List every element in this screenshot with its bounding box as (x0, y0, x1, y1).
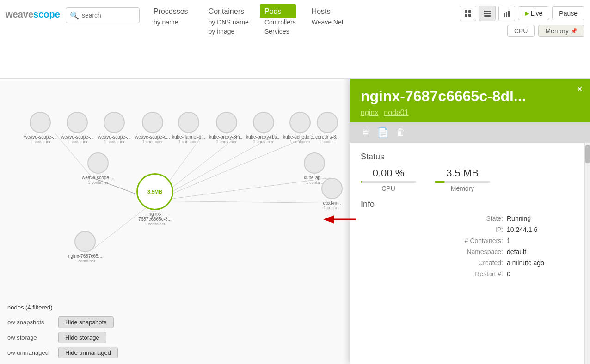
nav-group-containers: Containers by DNS name by image (204, 4, 249, 36)
info-row-namespace: Namespace: default (361, 248, 581, 255)
svg-rect-5 (484, 13, 491, 14)
panel-close-button[interactable]: × (577, 84, 583, 94)
node-weave-scope-1[interactable]: weave-scope-... 1 container (24, 112, 57, 144)
node-kube-flannel[interactable]: kube-flannel-d... 1 container (172, 112, 205, 144)
node-size-label: 3.5MB (148, 189, 162, 194)
node-label: kube-schedule... (283, 134, 317, 140)
node-sublabel: 1 conta... (319, 140, 336, 144)
search-box[interactable]: 🔍 (66, 7, 140, 23)
info-row-state: State: Running (361, 215, 581, 222)
node-sublabel: 1 container (142, 140, 163, 144)
cpu-button[interactable]: CPU (507, 25, 535, 37)
hide-snapshots-btn[interactable]: Hide snapshots (58, 316, 114, 328)
view-grid-btn[interactable] (460, 6, 476, 21)
cpu-value: 0.00 % (373, 167, 405, 179)
bottom-row-unmanaged: ow unmanaged Hide unmanaged (7, 347, 330, 358)
cpu-bar-fill (361, 181, 362, 183)
processes-subitems: by name (149, 18, 193, 27)
node-label: coredns-8... (315, 134, 340, 140)
node-kube-schedule[interactable]: kube-schedule... 1 container (283, 112, 317, 144)
scrollbar-track[interactable] (584, 143, 590, 364)
cpu-status-item: 0.00 % CPU (361, 167, 416, 192)
node-circle (304, 152, 325, 174)
bottom-row-storage: ow storage Hide storage (7, 332, 330, 343)
nav-hosts[interactable]: Hosts (307, 4, 344, 18)
view-chart-btn[interactable] (498, 6, 515, 21)
node-kube-proxy-2[interactable]: kube-proxy-rbs... 1 container (246, 112, 281, 144)
hosts-subitems: Weave Net (307, 18, 344, 27)
panel-link-node01[interactable]: node01 (384, 109, 408, 117)
logo-weave: weave (6, 9, 33, 19)
panel-actions-bar: 🖥 📄 🗑 (350, 122, 590, 143)
node-nginx-main[interactable]: 3.5MB nginx-7687c6665c-8... 1 container (136, 173, 173, 226)
node-weave-scope-2[interactable]: weave-scope-... 1 container (61, 112, 94, 144)
node-label: nginx-7687c65... (68, 254, 102, 259)
node-label-nginx: nginx-7687c6665c-8... (136, 212, 173, 222)
nav-containers[interactable]: Containers (204, 4, 249, 18)
nav-services[interactable]: Services (264, 27, 296, 36)
node-label: kube-proxy-rbs... (246, 134, 281, 140)
panel-links: nginx node01 (361, 109, 579, 117)
side-panel: × nginx-7687c6665c-8dl... nginx node01 🖥… (350, 79, 590, 364)
memory-bar-fill (435, 181, 445, 183)
info-row-created: Created: a minute ago (361, 259, 581, 267)
nav-by-image[interactable]: by image (209, 27, 249, 36)
info-key-containers: # Containers: (448, 237, 503, 244)
info-section: Info State: Running IP: 10.244.1.6 # Con… (361, 200, 581, 278)
search-input[interactable] (82, 12, 137, 19)
search-icon: 🔍 (70, 11, 79, 20)
nav-by-dns-name[interactable]: by DNS name (209, 18, 249, 27)
node-coredns[interactable]: coredns-8... 1 conta... (315, 112, 340, 144)
nav-right-top: ▶ Live Pause (460, 6, 584, 21)
view-table-btn[interactable] (479, 6, 496, 21)
live-button[interactable]: ▶ Live (518, 6, 550, 20)
node-label: kube-proxy-8m... (209, 134, 244, 140)
node-nginx-small[interactable]: nginx-7687c65... 1 container (68, 231, 102, 263)
logo-scope: scope (33, 9, 60, 19)
panel-link-nginx[interactable]: nginx (361, 109, 378, 117)
node-sublabel: 1 conta... (306, 180, 323, 185)
memory-label-stat: Memory (451, 185, 474, 192)
grid-icon (464, 10, 472, 17)
memory-label: Memory (545, 27, 569, 35)
logs-icon[interactable]: 📄 (377, 127, 389, 138)
chart-icon (503, 10, 510, 17)
play-icon: ▶ (525, 10, 529, 17)
node-label: etcd-m... (323, 200, 341, 206)
hide-storage-btn[interactable]: Hide storage (58, 332, 106, 343)
node-etcd[interactable]: etcd-m... 1 conta... (321, 178, 343, 210)
status-grid: 0.00 % CPU 3.5 MB Memory (361, 167, 581, 192)
panel-title: nginx-7687c6665c-8dl... (361, 88, 579, 105)
node-kube-proxy-1[interactable]: kube-proxy-8m... 1 container (209, 112, 244, 144)
node-sublabel-nginx: 1 container (145, 222, 166, 226)
info-key-namespace: Namespace: (448, 248, 503, 255)
node-weave-scope-4[interactable]: weave-scope-c... 1 container (135, 112, 170, 144)
node-circle (30, 112, 51, 133)
node-sublabel: 1 container (178, 140, 199, 144)
nav-pods[interactable]: Pods (260, 4, 296, 18)
nav-group-hosts: Hosts Weave Net (307, 4, 344, 36)
node-circle (321, 178, 343, 199)
delete-icon[interactable]: 🗑 (396, 127, 406, 138)
scrollbar-thumb[interactable] (585, 145, 590, 163)
node-sublabel: 1 container (216, 140, 237, 144)
info-val-ip: 10.244.1.6 (507, 226, 581, 233)
memory-button[interactable]: Memory 📌 (538, 25, 584, 37)
cpu-label-stat: CPU (381, 185, 395, 192)
svg-rect-8 (506, 12, 507, 17)
nav-weave-net[interactable]: Weave Net (312, 18, 344, 27)
node-circle (289, 112, 311, 133)
memory-value: 3.5 MB (446, 167, 479, 179)
svg-rect-2 (465, 14, 467, 17)
nav-processes[interactable]: Processes (149, 4, 193, 18)
hide-unmanaged-btn[interactable]: Hide unmanaged (58, 347, 118, 358)
nav-by-name[interactable]: by name (154, 18, 193, 27)
snapshots-label: ow snapshots (7, 319, 54, 326)
node-weave-scope-5[interactable]: weave-scope-... 1 container (82, 152, 115, 185)
info-val-restart: 0 (507, 270, 581, 278)
terminal-icon[interactable]: 🖥 (361, 127, 370, 138)
info-row-restart: Restart #: 0 (361, 270, 581, 278)
pause-button[interactable]: Pause (552, 6, 584, 20)
nav-controllers[interactable]: Controllers (264, 18, 296, 27)
node-weave-scope-3[interactable]: weave-scope-... 1 container (98, 112, 131, 144)
